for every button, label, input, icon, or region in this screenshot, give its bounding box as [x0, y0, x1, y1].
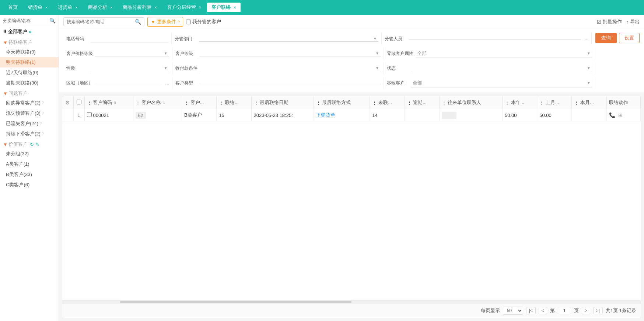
nav-product-analysis[interactable]: 商品分析 × [84, 3, 117, 12]
last-page-btn[interactable]: >| [593, 307, 603, 314]
filter-customer-type: 客户类型 [172, 77, 384, 89]
sidebar-collapse-icon[interactable]: « [29, 29, 32, 35]
filter-phone-input[interactable] [91, 35, 168, 42]
filter-more-btn[interactable]: ▼ 更多条件 ^ [147, 17, 183, 27]
action-icons: 📞 ⊞ [609, 112, 638, 118]
col-name: ⋮ 客户名称 ⇅ [133, 96, 182, 109]
nav-product-analysis-list-close-icon[interactable]: × [154, 5, 157, 10]
sidebar-churned[interactable]: 已流失客户(24) ? [0, 118, 59, 129]
row-last-date: 2023-05-23 18:25: [251, 109, 314, 121]
nav-product-analysis-close-icon[interactable]: × [110, 5, 112, 10]
col-last-date: ⋮ 最后联络日期 [251, 96, 314, 109]
filter-person-ellipsis[interactable]: ... [585, 36, 588, 41]
sidebar-search-icon[interactable]: 🔍 [49, 18, 56, 24]
sidebar-ungrouped[interactable]: 未分组(32) [0, 149, 59, 159]
row-contacts-person [439, 109, 502, 121]
sidebar-repurchase-abnormal[interactable]: 回购异常客户(2) ? [0, 98, 59, 108]
sidebar-today-contact[interactable]: 今天待联络(0) [0, 47, 59, 57]
settings-icon[interactable]: ⚙ [65, 100, 70, 106]
row-actions: 📞 ⊞ [606, 109, 640, 121]
sidebar-a-class[interactable]: A类客户(1) [0, 159, 59, 169]
filter-panel: 电话号码 分管部门 ▼ 分管人员 ... 查询 [59, 29, 644, 93]
sidebar-churn-warning[interactable]: 流失预警客户(3) ? [0, 108, 59, 118]
table-scrollbar[interactable] [62, 300, 641, 303]
filter-retail-attr: 零散客户属性 全部▼ [384, 48, 595, 59]
filter-person: 分管人员 ... [382, 33, 592, 45]
sidebar-declining[interactable]: 持续下滑客户(2) ? [0, 129, 59, 139]
nav-product-analysis-list[interactable]: 商品分析列表 × [118, 3, 161, 12]
sidebar-c-class[interactable]: C类客户(6) [0, 180, 59, 190]
sort-code-icon[interactable]: ⇅ [113, 101, 116, 105]
filter-payment: 收付款条件 ▼ [172, 62, 384, 74]
filter-region-select[interactable] [95, 82, 162, 84]
filter-icon: ▼ [151, 19, 155, 25]
refresh-icon[interactable]: ↻ [30, 142, 34, 147]
page-number-input[interactable] [558, 307, 571, 314]
nav-sales[interactable]: 销货单 × [24, 3, 52, 12]
filter-dept: 分管部门 ▼ [172, 33, 382, 45]
search-input[interactable] [67, 19, 135, 24]
sidebar-all-customers[interactable]: ⠿ 全部客户 « [0, 26, 59, 37]
prev-page-btn[interactable]: < [539, 307, 547, 314]
nav-customer-contact-close-icon[interactable]: × [234, 5, 236, 10]
sidebar-tomorrow-contact[interactable]: 明天待联络(1) [0, 57, 59, 68]
query-btn[interactable]: 查询 [595, 33, 617, 43]
sort-name-icon[interactable]: ⇅ [162, 101, 165, 105]
help-icon-3[interactable]: ? [39, 121, 42, 126]
filter-region-ellipsis[interactable]: ... [165, 80, 169, 86]
nav-customer-tier[interactable]: 客户分层经营 × [163, 3, 206, 12]
per-page-select[interactable]: 50 100 200 [503, 307, 523, 315]
sidebar-overdue-contact[interactable]: 逾期未联络(30) [0, 78, 59, 88]
help-icon-4[interactable]: ? [42, 132, 44, 136]
nav-customer-contact[interactable]: 客户联络 × [207, 3, 240, 12]
filter-nature-select[interactable]: ▼ [91, 65, 169, 71]
edit-icon[interactable]: ✎ [35, 142, 39, 147]
my-customers-checkbox[interactable]: 我分管的客户 [186, 18, 221, 25]
select-all-checkbox[interactable] [77, 100, 81, 104]
next-page-btn[interactable]: > [582, 307, 590, 314]
row-name: Ea [133, 109, 182, 121]
action-grid-icon[interactable]: ⊞ [618, 112, 623, 118]
filter-chevron-icon: ^ [178, 19, 180, 25]
content-area: 🔍 ▼ 更多条件 ^ 我分管的客户 ☑ 批量操作 ↑ 导出 [59, 15, 644, 321]
nav-customer-tier-close-icon[interactable]: × [199, 5, 201, 10]
first-page-btn[interactable]: |< [526, 307, 536, 314]
filter-customer-type-select[interactable] [200, 82, 381, 84]
my-customers-check[interactable] [186, 20, 191, 24]
row-contact-count: 15 [217, 109, 251, 121]
row-select-cb[interactable] [87, 112, 92, 117]
toolbar: 🔍 ▼ 更多条件 ^ 我分管的客户 ☑ 批量操作 ↑ 导出 [59, 15, 644, 29]
filter-retail-attr-select[interactable]: 全部▼ [416, 49, 592, 58]
help-icon-1[interactable]: ? [42, 101, 44, 105]
sidebar-b-class[interactable]: B类客户(33) [0, 169, 59, 180]
filter-dept-select[interactable]: ▼ [199, 36, 378, 42]
action-phone-icon[interactable]: 📞 [609, 112, 615, 118]
sidebar-search-input[interactable] [3, 18, 49, 23]
table-empty-space [62, 121, 641, 300]
filter-payment-select[interactable]: ▼ [200, 65, 381, 71]
table-scroll-thumb[interactable] [120, 301, 351, 303]
filter-person-select[interactable] [409, 38, 581, 40]
main-layout: 🔍 ⠿ 全部客户 « ▼ 待联络客户 今天待联络(0) 明天待联络(1) 近7天… [0, 15, 644, 321]
nav-purchase-close-icon[interactable]: × [75, 5, 77, 10]
nav-sales-close-icon[interactable]: × [45, 5, 48, 10]
nav-home[interactable]: 首页 [4, 3, 22, 12]
filter-retail-select[interactable]: 全部▼ [411, 79, 592, 87]
set-btn[interactable]: 设置 [619, 33, 640, 43]
row-settings [62, 109, 73, 121]
row-last-method-link[interactable]: 下销货单 [316, 112, 335, 118]
help-icon-2[interactable]: ? [42, 111, 44, 115]
sidebar-week-contact[interactable]: 近7天待联络(0) [0, 68, 59, 78]
filter-customer-level-select[interactable]: ▼ [200, 51, 381, 56]
filter-status-select[interactable]: ▼ [411, 65, 592, 71]
search-button-icon[interactable]: 🔍 [135, 19, 141, 25]
main-table: ⚙ ⋮ 客户编码 ⇅ ⋮ 客户名称 ⇅ [62, 96, 641, 121]
toolbar-right: ☑ 批量操作 ↑ 导出 [597, 18, 640, 25]
filter-price-level-select[interactable]: ▼ [95, 51, 169, 56]
bulk-op-btn[interactable]: ☑ 批量操作 [597, 18, 622, 25]
col-this-month: ⋮ 本月... [572, 96, 606, 109]
export-btn[interactable]: ↑ 导出 [626, 18, 640, 25]
nav-purchase[interactable]: 进货单 × [53, 3, 82, 12]
filter-phone: 电话号码 [63, 33, 172, 45]
col-settings[interactable]: ⚙ [62, 96, 73, 109]
